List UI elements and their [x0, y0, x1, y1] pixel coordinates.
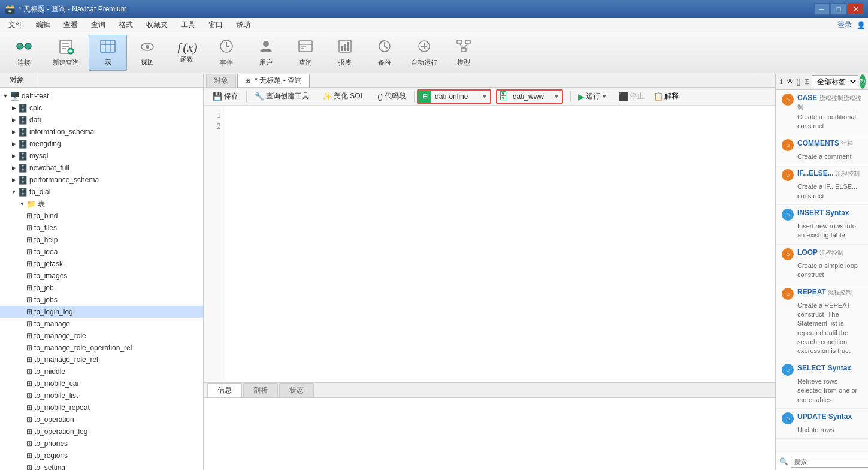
sidebar-braces-btn[interactable]: {}	[796, 75, 802, 88]
code-segment-button[interactable]: () 代码段	[372, 90, 412, 103]
tab-info[interactable]: 信息	[207, 383, 242, 397]
tree-item-newchat[interactable]: ▶ 🗄️ newchat_full	[0, 162, 203, 174]
run-dropdown-arrow[interactable]: ▼	[601, 93, 607, 100]
snippet-update[interactable]: ○ UPDATE Syntax Update rows	[776, 409, 868, 439]
code-editor[interactable]: 1 2	[204, 106, 775, 382]
list-item[interactable]: ⊞ tb_help	[0, 234, 203, 246]
snippet-case[interactable]: ○ CASE 流程控制流程控制 Create a conditional con…	[776, 90, 868, 135]
snippet-repeat[interactable]: ○ REPEAT 流程控制 Create a REPEAT construct.…	[776, 284, 868, 360]
tree-folder-tables[interactable]: ▼ 📁 表	[0, 198, 203, 210]
list-item[interactable]: ⊞ tb_mobile_list	[0, 390, 203, 402]
list-item[interactable]: ⊞ tb_operation	[0, 414, 203, 426]
list-item[interactable]: ⊞ tb_idea	[0, 246, 203, 258]
explain-button[interactable]: 📋 解释	[650, 90, 682, 103]
toolbar-event[interactable]: 事件	[207, 35, 246, 71]
tree-item-performance[interactable]: ▶ 🗄️ performance_schema	[0, 174, 203, 186]
snippet-loop[interactable]: ○ LOOP 流程控制 Create a simple loop constru…	[776, 245, 868, 284]
snippet-select[interactable]: ○ SELECT Syntax Retrieve rows selected f…	[776, 360, 868, 409]
menu-edit[interactable]: 编辑	[30, 19, 56, 32]
toolbar-backup[interactable]: 备份	[365, 35, 404, 71]
close-button[interactable]: ✕	[848, 3, 863, 15]
tab-objects-right[interactable]: 对象	[206, 74, 236, 87]
list-item[interactable]: ⊞ tb_phones	[0, 438, 203, 450]
list-item[interactable]: ⊞ tb_middle	[0, 366, 203, 378]
list-item[interactable]: ⊞ tb_job	[0, 282, 203, 294]
toolbar-view-label: 视图	[141, 58, 154, 67]
tree-item-information-schema[interactable]: ▶ 🗄️ information_schema	[0, 126, 203, 138]
save-button[interactable]: 💾 保存	[207, 90, 244, 103]
list-item[interactable]: ⊞ tb_manage_role_operation_rel	[0, 342, 203, 354]
toolbar-query[interactable]: 查询	[286, 35, 325, 71]
minimize-button[interactable]: ─	[814, 3, 830, 15]
db-selector-2[interactable]: 🗄 dati_www ▼	[496, 89, 563, 104]
tree-item-cpic[interactable]: ▶ 🗄️ cpic	[0, 102, 203, 114]
tab-profile[interactable]: 剖析	[243, 383, 278, 397]
list-item[interactable]: ⊞ tb_bind	[0, 210, 203, 222]
list-item[interactable]: ⊞ tb_images	[0, 270, 203, 282]
tree-item-mengding[interactable]: ▶ 🗄️ mengding	[0, 138, 203, 150]
run-button[interactable]: ▶ 运行 ▼	[573, 90, 612, 103]
tree-item-mysql[interactable]: ▶ 🗄️ mysql	[0, 150, 203, 162]
list-item[interactable]: ⊞ tb_mobile_car	[0, 378, 203, 390]
snippet-if-else[interactable]: ○ IF...ELSE... 流程控制 Create a IF...ELSE..…	[776, 165, 868, 205]
menu-file[interactable]: 文件	[2, 19, 29, 32]
function-icon: ƒ(x)	[176, 41, 197, 54]
menu-tools[interactable]: 工具	[175, 19, 201, 32]
menu-view[interactable]: 查看	[58, 19, 84, 32]
list-item[interactable]: ⊞ tb_files	[0, 222, 203, 234]
toolbar-function[interactable]: ƒ(x) 函数	[168, 35, 206, 71]
tree-container[interactable]: ▼ 🖥️ daiti-test ▶ 🗄️ cpic ▶ 🗄️ dati ▶ 🗄️…	[0, 88, 203, 470]
tab-query-active[interactable]: ⊞ * 无标题 - 查询	[237, 74, 310, 87]
sidebar-preview-btn[interactable]: 👁	[786, 75, 794, 88]
beautify-button[interactable]: ✨ 美化 SQL	[317, 90, 370, 103]
menu-window[interactable]: 窗口	[202, 19, 229, 32]
search-input[interactable]	[791, 456, 868, 468]
list-item[interactable]: ⊞ tb_manage_role	[0, 330, 203, 342]
build-query-button[interactable]: 🔧 查询创建工具	[249, 90, 314, 103]
list-item[interactable]: ⊞ tb_operation_log	[0, 426, 203, 438]
tree-item-tb-dial[interactable]: ▼ 🗄️ tb_dial	[0, 186, 203, 198]
toolbar-query-label: 查询	[299, 58, 312, 67]
tree-item-dati[interactable]: ▶ 🗄️ dati	[0, 114, 203, 126]
menu-help[interactable]: 帮助	[230, 19, 256, 32]
svg-rect-28	[347, 42, 349, 51]
svg-rect-34	[457, 40, 462, 44]
snippet-case-badge: 流程控制	[819, 95, 843, 101]
tree-root[interactable]: ▼ 🖥️ daiti-test	[0, 90, 203, 102]
menu-format[interactable]: 格式	[113, 19, 139, 32]
list-item[interactable]: ⊞ tb_manage	[0, 318, 203, 330]
db1-arrow[interactable]: ▼	[479, 93, 490, 100]
stop-button[interactable]: ⬛ 停止	[615, 90, 648, 103]
tab-objects[interactable]: 对象	[0, 73, 34, 87]
maximize-button[interactable]: □	[831, 3, 846, 15]
toolbar-new-query[interactable]: 新建查询	[44, 35, 87, 71]
toolbar-view[interactable]: 视图	[128, 35, 167, 71]
sidebar-info-btn[interactable]: ℹ	[778, 75, 785, 88]
list-item[interactable]: ⊞ tb_jobs	[0, 294, 203, 306]
list-item[interactable]: ⊞ tb_mobile_repeat	[0, 402, 203, 414]
toolbar-connect[interactable]: 连接	[5, 35, 43, 71]
db2-arrow[interactable]: ▼	[551, 93, 562, 100]
toolbar-table[interactable]: 表	[89, 35, 127, 71]
list-item[interactable]: ⊞ tb_login_log	[0, 306, 203, 318]
refresh-button[interactable]: ↻	[860, 74, 866, 89]
list-item[interactable]: ⊞ tb_jetask	[0, 258, 203, 270]
list-item[interactable]: ⊞ tb_manage_role_rel	[0, 354, 203, 366]
menu-favorites[interactable]: 收藏夹	[140, 19, 174, 32]
toolbar-user[interactable]: 用户	[247, 35, 285, 71]
table-icon-small: ⊞	[26, 284, 32, 292]
toolbar-model[interactable]: 模型	[444, 35, 483, 71]
list-item[interactable]: ⊞ tb_regions	[0, 450, 203, 462]
list-item[interactable]: ⊞ tb_setting	[0, 462, 203, 470]
tab-status[interactable]: 状态	[279, 383, 314, 397]
sql-editor[interactable]	[225, 106, 775, 382]
tag-selector[interactable]: 全部标签	[812, 75, 858, 88]
snippet-comments[interactable]: ○ COMMENTS 注释 Create a comment	[776, 135, 868, 165]
snippet-insert[interactable]: ○ INSERT Syntax Insert new rows into an …	[776, 205, 868, 245]
toolbar-autorun[interactable]: 自动运行	[405, 35, 443, 71]
menu-query[interactable]: 查询	[85, 19, 111, 32]
login-label[interactable]: 登录	[837, 20, 852, 30]
sidebar-grid-btn[interactable]: ⊞	[803, 75, 810, 88]
toolbar-report[interactable]: 报表	[326, 35, 364, 71]
db-selector-1[interactable]: ⊞ dati-online ▼	[417, 89, 491, 104]
